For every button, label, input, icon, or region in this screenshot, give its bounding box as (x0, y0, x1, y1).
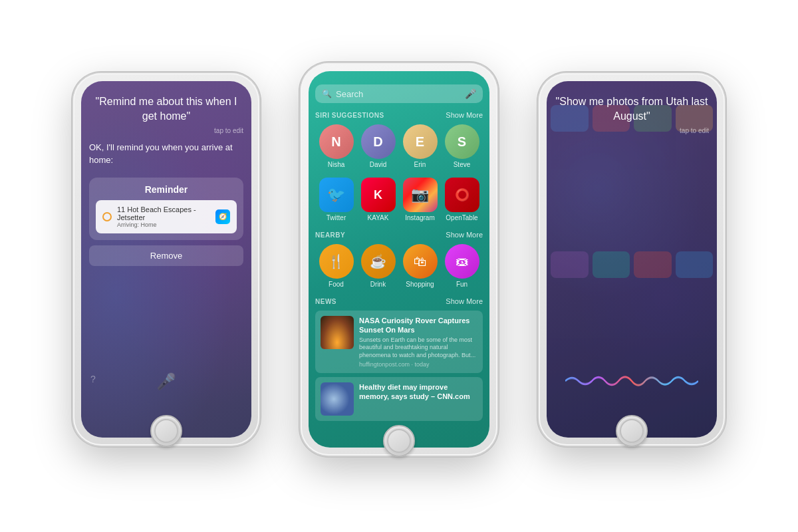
news-item-1[interactable]: NASA Curiosity Rover Captures Sunset On … (315, 311, 483, 373)
tap-to-edit-left: tap to edit (89, 127, 243, 134)
news-desc-1: Sunsets on Earth can be some of the most… (359, 336, 477, 360)
search-placeholder: Search (336, 89, 461, 99)
reminder-circle (102, 212, 112, 221)
tap-to-edit-right: tap to edit (555, 127, 709, 134)
screen-center: ∿ 9:41 AM ▲ 100% ▮ 🔍 Search 🎤 (309, 71, 489, 448)
contact-david-name: David (370, 161, 387, 168)
siri-waveform (547, 368, 717, 394)
home-button-left[interactable] (150, 415, 182, 447)
fun-icon: 🎟 (445, 244, 479, 279)
contact-steve[interactable]: S Steve (445, 124, 479, 168)
fun-label: Fun (456, 281, 467, 288)
search-icon: 🔍 (322, 89, 332, 98)
bg-app-7 (634, 251, 672, 278)
kayak-label: KAYAK (368, 214, 389, 221)
bg-app-grid (547, 101, 717, 398)
instagram-label: Instagram (405, 214, 434, 221)
opentable-label: OpenTable (446, 214, 477, 221)
siri-suggestions-show-more[interactable]: Show More (446, 111, 483, 119)
instagram-icon: 📷 (403, 178, 438, 212)
contact-david[interactable]: D David (361, 124, 396, 168)
apps-row: 🐦 Twitter K KAYAK 📷 Instagram ⭕ OpenTabl… (315, 178, 483, 221)
mars-sunset-thumb (321, 316, 354, 349)
avatar-david: D (361, 124, 396, 159)
mic-icon-left: 🎤 (156, 372, 176, 391)
nearby-food[interactable]: 🍴 Food (319, 244, 354, 288)
kayak-icon: K (361, 178, 396, 212)
contact-erin-name: Erin (414, 161, 426, 168)
app-opentable[interactable]: ⭕ OpenTable (445, 178, 479, 221)
phone-left: ∿ 9:41 AM 100% ▮ "Remind me about this w… (73, 73, 259, 446)
news-title-1: NASA Curiosity Rover Captures Sunset On … (359, 316, 477, 335)
spotlight-content: 🔍 Search 🎤 SIRI SUGGESTIONS Show More N (309, 84, 489, 425)
nearby-show-more[interactable]: Show More (446, 231, 483, 239)
news-header: NEWS Show More (315, 297, 483, 305)
siri-suggestions-label: SIRI SUGGESTIONS (315, 112, 384, 119)
news-label: NEWS (315, 298, 336, 305)
avatar-nisha: N (319, 124, 354, 159)
reminder-item[interactable]: 11 Hot Beach Escapes - Jetsetter Arrivin… (96, 200, 237, 233)
siri-quote-right: "Show me photos from Utah last August" (555, 94, 709, 124)
reminder-item-sub: Arriving: Home (117, 221, 210, 228)
app-twitter[interactable]: 🐦 Twitter (319, 178, 354, 221)
news-show-more[interactable]: Show More (446, 297, 483, 305)
news-info-1: NASA Curiosity Rover Captures Sunset On … (359, 316, 477, 368)
nearby-drink[interactable]: ☕ Drink (361, 244, 396, 288)
phone-center: ∿ 9:41 AM ▲ 100% ▮ 🔍 Search 🎤 (301, 63, 497, 456)
home-button-inner-left (154, 419, 178, 443)
siri-content-right: "Show me photos from Utah last August" t… (547, 94, 717, 141)
search-bar[interactable]: 🔍 Search 🎤 (315, 84, 483, 103)
diet-thumb (321, 382, 354, 416)
contact-erin[interactable]: E Erin (403, 124, 438, 168)
nearby-fun[interactable]: 🎟 Fun (445, 244, 479, 288)
avatar-steve-initial: S (445, 124, 479, 159)
news-source-1: huffingtonpost.com · today (359, 361, 477, 368)
shopping-label: Shopping (406, 281, 434, 288)
nearby-row: 🍴 Food ☕ Drink 🛍 Shopping 🎟 Fun (315, 244, 483, 288)
home-button-center[interactable] (383, 425, 415, 457)
shopping-icon: 🛍 (403, 244, 438, 279)
food-icon: 🍴 (319, 244, 354, 279)
twitter-label: Twitter (327, 214, 346, 221)
home-button-inner-center (387, 429, 411, 453)
safari-icon: 🧭 (215, 209, 230, 224)
nearby-label: NEARBY (315, 231, 345, 239)
opentable-icon: ⭕ (445, 178, 479, 212)
avatar-david-initial: D (361, 124, 396, 159)
app-instagram[interactable]: 📷 Instagram (403, 178, 438, 221)
news-title-2: Healthy diet may improve memory, says st… (359, 382, 477, 402)
home-button-inner-right (620, 419, 644, 443)
home-button-right[interactable] (616, 415, 648, 447)
nearby-shopping[interactable]: 🛍 Shopping (403, 244, 438, 288)
avatar-erin-initial: E (403, 124, 438, 159)
news-item-2[interactable]: Healthy diet may improve memory, says st… (315, 377, 483, 421)
food-label: Food (329, 281, 344, 288)
reminder-title: Reminder (96, 184, 237, 195)
avatar-erin: E (403, 124, 438, 159)
contact-nisha-name: Nisha (328, 161, 345, 168)
siri-response-left: OK, I'll remind you when you arrive at h… (89, 141, 243, 167)
reminder-text: 11 Hot Beach Escapes - Jetsetter Arrivin… (117, 205, 210, 228)
bg-app-8 (676, 251, 714, 278)
contacts-row: N Nisha D David E Erin (315, 124, 483, 168)
siri-content-left: "Remind me about this when I get home" t… (81, 94, 251, 266)
drink-icon: ☕ (361, 244, 396, 279)
phones-container: ∿ 9:41 AM 100% ▮ "Remind me about this w… (33, 13, 765, 519)
news-info-2: Healthy diet may improve memory, says st… (359, 382, 477, 416)
nearby-header: NEARBY Show More (315, 231, 483, 239)
search-mic-icon[interactable]: 🎤 (465, 88, 476, 99)
siri-suggestions-header: SIRI SUGGESTIONS Show More (315, 111, 483, 119)
question-mark-left: ? (90, 374, 96, 384)
contact-nisha[interactable]: N Nisha (319, 124, 354, 168)
waveform-svg (565, 371, 698, 391)
siri-card-left: Reminder 11 Hot Beach Escapes - Jetsette… (89, 178, 243, 240)
remove-button[interactable]: Remove (89, 245, 243, 266)
news-thumb-2 (321, 382, 354, 416)
siri-quote-left: "Remind me about this when I get home" (89, 94, 243, 124)
bg-app-5 (551, 251, 589, 278)
app-kayak[interactable]: K KAYAK (361, 178, 396, 221)
bg-app-6 (593, 251, 630, 278)
drink-label: Drink (370, 281, 386, 288)
screen-left: ∿ 9:41 AM 100% ▮ "Remind me about this w… (81, 81, 251, 438)
reminder-item-title: 11 Hot Beach Escapes - Jetsetter (117, 205, 210, 221)
